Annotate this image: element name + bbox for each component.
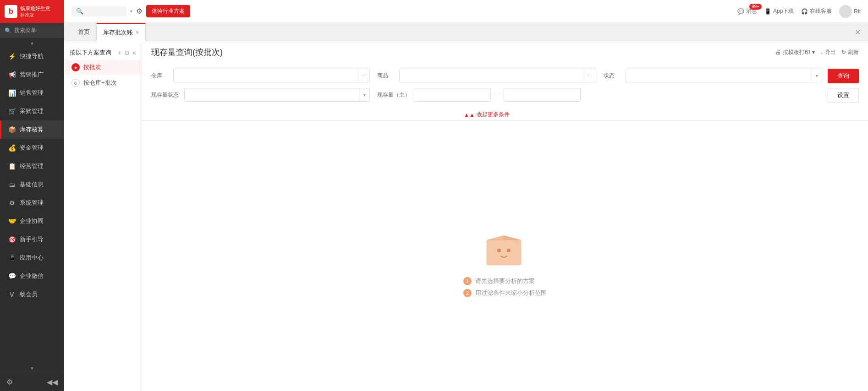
print-btn[interactable]: 🖨 按模板打印 ▾ bbox=[775, 49, 815, 56]
search-box[interactable]: 🔍 bbox=[71, 6, 126, 16]
sidebar-item-operations[interactable]: 📋 经营管理 bbox=[0, 157, 64, 175]
avatar-image bbox=[839, 5, 852, 18]
sidebar-item-inventory[interactable]: 📦 库存核算 bbox=[0, 120, 64, 139]
svg-point-3 bbox=[507, 249, 511, 252]
page-header-top: 现存量查询(按批次) 🖨 按模板打印 ▾ ↓ 导出 ↻ bbox=[142, 41, 868, 58]
user-avatar[interactable]: Rit bbox=[839, 5, 861, 18]
print-icon: 🖨 bbox=[775, 49, 781, 55]
query-button[interactable]: 查询 bbox=[828, 69, 859, 83]
sidebar-item-sales[interactable]: 📊 销售管理 bbox=[0, 84, 64, 102]
empty-svg-icon bbox=[478, 215, 533, 270]
sidebar-item-newbie[interactable]: 🎯 新手引导 bbox=[0, 230, 64, 249]
status-label: 状态 bbox=[604, 72, 622, 80]
app-download-btn[interactable]: 📱 App下载 bbox=[764, 7, 794, 15]
system-icon: ⚙ bbox=[8, 199, 16, 207]
sidebar-item-quick-nav[interactable]: ⚡ 快捷导航 bbox=[0, 47, 64, 65]
sidebar-item-system[interactable]: ⚙ 系统管理 bbox=[0, 194, 64, 212]
empty-tips: 1 请先选择要分析的方案 2 用过滤条件来缩小分析范围 bbox=[463, 277, 547, 297]
tab-home[interactable]: 首页 bbox=[71, 23, 97, 41]
sidebar-item-marketing[interactable]: 📢 营销推广 bbox=[0, 65, 64, 84]
scheme-warehouse-batch[interactable]: ○ 按仓库+批次 bbox=[64, 75, 142, 91]
product-dots[interactable]: ··· bbox=[584, 69, 595, 82]
warehouse-batch-dot: ○ bbox=[71, 79, 80, 87]
search-label: 搜索菜单 bbox=[14, 27, 36, 34]
status-dropdown-arrow[interactable]: ▾ bbox=[812, 69, 822, 82]
inventory-amount-from[interactable] bbox=[414, 88, 491, 102]
inventory-status-arrow[interactable]: ▾ bbox=[359, 88, 369, 101]
scroll-down-arrow[interactable]: ▼ bbox=[0, 364, 64, 373]
inventory-icon: 📦 bbox=[8, 125, 16, 134]
print-label: 按模板打印 bbox=[783, 49, 810, 56]
scheme-batch[interactable]: ● 按批次 bbox=[64, 60, 142, 75]
collapse-more-btn[interactable]: ▲▲ 收起更多条件 bbox=[151, 107, 822, 120]
online-service-btn[interactable]: 🎧 在线客服 bbox=[801, 7, 832, 15]
settings-gear-icon[interactable]: ⚙ bbox=[136, 7, 143, 16]
search-dropdown-arrow[interactable]: ▾ bbox=[130, 9, 132, 14]
sidebar-item-finance[interactable]: 💰 资金管理 bbox=[0, 139, 64, 157]
empty-tip-2: 2 用过滤条件来缩小分析范围 bbox=[463, 289, 547, 297]
collapse-sidebar-icon[interactable]: ◀◀ bbox=[47, 378, 58, 386]
settings-icon[interactable]: ⚙ bbox=[6, 378, 13, 386]
panel-title: 按以下方案查询 + ⊙ « bbox=[64, 46, 142, 60]
top-bar: 🔍 ▾ ⚙ 体验行业方案 💬 消息 99+ 📱 App下载 🎧 在线客服 bbox=[64, 0, 868, 23]
add-scheme-icon[interactable]: + bbox=[118, 49, 121, 56]
inventory-status-field: 现存量状态 ▾ bbox=[151, 88, 370, 102]
inventory-status-input[interactable] bbox=[185, 88, 359, 101]
tip-num-2: 2 bbox=[463, 289, 472, 297]
sidebar-item-wechat[interactable]: 💬 企业微信 bbox=[0, 267, 64, 285]
export-btn[interactable]: ↓ 导出 bbox=[820, 49, 836, 56]
inventory-status-label: 现存量状态 bbox=[151, 91, 181, 99]
filter-fields: 仓库 ··· 商品 ··· bbox=[151, 69, 822, 120]
print-dropdown-arrow[interactable]: ▾ bbox=[812, 49, 815, 55]
sidebar-item-purchase[interactable]: 🛒 采购管理 bbox=[0, 102, 64, 120]
search-input[interactable] bbox=[86, 8, 118, 15]
sidebar-item-basic[interactable]: 🗂 基础信息 bbox=[0, 175, 64, 194]
status-input[interactable] bbox=[626, 69, 812, 82]
filter-row-2: 现存量状态 ▾ 现存量（主） — bbox=[151, 88, 822, 102]
status-combo: ▾ bbox=[626, 69, 822, 82]
trial-button[interactable]: 体验行业方案 bbox=[146, 5, 190, 17]
sidebar-label-12: 企业微信 bbox=[20, 272, 44, 280]
sidebar-item-enterprise[interactable]: 🤝 企业协同 bbox=[0, 212, 64, 230]
warehouse-input[interactable] bbox=[174, 69, 358, 82]
page-header-section: 现存量查询(按批次) 🖨 按模板打印 ▾ ↓ 导出 ↻ bbox=[142, 41, 868, 121]
scheme-settings-icon[interactable]: ⊙ bbox=[124, 49, 130, 56]
search-box-icon: 🔍 bbox=[76, 8, 83, 15]
sidebar-label-5: 资金管理 bbox=[20, 144, 44, 152]
panel-close-btn[interactable]: ✕ bbox=[855, 27, 861, 36]
online-service-label: 在线客服 bbox=[810, 7, 832, 15]
app-download-label: App下载 bbox=[773, 7, 794, 15]
inventory-status-combo: ▾ bbox=[184, 88, 370, 102]
inventory-amount-to[interactable] bbox=[504, 88, 581, 102]
tab-inventory-batch[interactable]: 库存批次账 × bbox=[97, 23, 146, 41]
collapse-panel-icon[interactable]: « bbox=[132, 49, 136, 56]
refresh-label: 刷新 bbox=[848, 49, 859, 56]
basic-icon: 🗂 bbox=[8, 180, 16, 189]
warehouse-dots[interactable]: ··· bbox=[358, 69, 369, 82]
sidebar-item-appstore[interactable]: 📱 应用中心 bbox=[0, 249, 64, 267]
tab-close-icon[interactable]: × bbox=[136, 30, 139, 35]
collapse-chevron-up: ▲▲ bbox=[464, 112, 475, 118]
settings-button[interactable]: 设置 bbox=[828, 88, 859, 103]
page-title: 现存量查询(按批次) bbox=[151, 47, 223, 58]
filter-section: 仓库 ··· 商品 ··· bbox=[142, 63, 868, 120]
refresh-btn[interactable]: ↻ 刷新 bbox=[841, 49, 859, 56]
topbar-left: 🔍 ▾ ⚙ 体验行业方案 bbox=[71, 5, 733, 17]
sidebar-label-13: 畅会员 bbox=[20, 290, 38, 299]
product-input[interactable] bbox=[400, 69, 584, 82]
sidebar-label-9: 企业协同 bbox=[20, 217, 44, 225]
messages-btn[interactable]: 💬 消息 99+ bbox=[737, 7, 757, 15]
refresh-icon: ↻ bbox=[841, 49, 846, 55]
user-name: Rit bbox=[854, 8, 861, 15]
sidebar-search-btn[interactable]: 🔍 搜索菜单 bbox=[0, 23, 64, 38]
warehouse-combo: ··· bbox=[173, 69, 370, 82]
export-label: 导出 bbox=[825, 49, 836, 56]
product-label: 商品 bbox=[377, 72, 396, 80]
collapse-label: 收起更多条件 bbox=[477, 111, 510, 119]
sidebar-label-1: 营销推广 bbox=[20, 71, 44, 79]
scroll-up-arrow[interactable]: ▲ bbox=[0, 38, 64, 47]
main-area: 🔍 ▾ ⚙ 体验行业方案 💬 消息 99+ 📱 App下载 🎧 在线客服 bbox=[64, 0, 868, 391]
brand-version: 标准版 bbox=[20, 12, 50, 18]
sidebar-item-vip[interactable]: V 畅会员 bbox=[0, 285, 64, 304]
sidebar-label-8: 系统管理 bbox=[20, 199, 44, 207]
